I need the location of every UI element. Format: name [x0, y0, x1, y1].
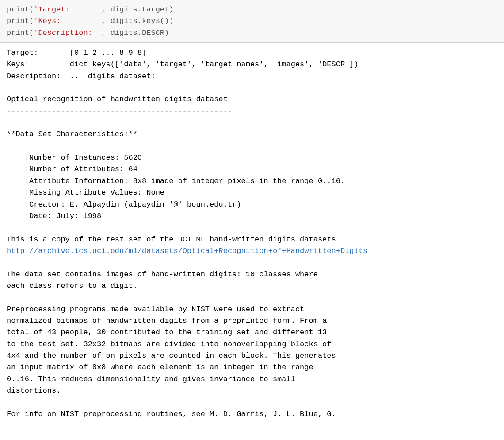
code-input-cell[interactable]: print('Target: ', digits.target) print('…	[0, 0, 504, 43]
code-token-paren: )	[169, 5, 173, 14]
code-token-func: print	[7, 5, 29, 14]
output-para2-line: The data set contains images of hand-wri…	[7, 270, 318, 279]
output-para3-line: 4x4 and the number of on pixels are coun…	[7, 352, 336, 360]
output-para3-line: an input matrix of 8x8 where each elemen…	[7, 363, 313, 371]
code-token-comma: ,	[101, 17, 110, 25]
code-token-func: print	[7, 17, 29, 25]
code-token-comma: ,	[101, 29, 110, 37]
code-token-paren: (	[29, 29, 34, 37]
code-token-func: print	[7, 29, 29, 37]
output-attributes: :Number of Attributes: 64	[7, 165, 137, 173]
code-token-paren: )	[164, 29, 169, 37]
output-para1: This is a copy of the test set of the UC…	[7, 235, 336, 244]
code-token-paren: (	[29, 17, 34, 25]
code-token-comma: ,	[101, 5, 110, 14]
output-para2-line: each class refers to a digit.	[7, 282, 137, 290]
output-para3-line: distortions.	[7, 386, 61, 395]
code-token-string: 'Keys: '	[34, 17, 101, 25]
output-underline: ----------------------------------------…	[7, 107, 232, 115]
output-para3-line: normalized bitmaps of handwritten digits…	[7, 317, 327, 325]
code-token-expr: digits.keys()	[111, 17, 169, 25]
output-characteristics-header: **Data Set Characteristics:**	[7, 130, 137, 138]
output-para4-line: For info on NIST preprocessing routines,…	[7, 410, 336, 418]
output-description-header: Description: .. _digits_dataset:	[7, 72, 156, 80]
output-para3-line: 0..16. This reduces dimensionality and g…	[7, 375, 295, 383]
output-instances: :Number of Instances: 5620	[7, 153, 142, 162]
output-attribute-info: :Attribute Information: 8x8 image of int…	[7, 177, 345, 185]
output-para3-line: total of 43 people, 30 contributed to th…	[7, 328, 327, 337]
output-creator: :Creator: E. Alpaydin (alpaydin '@' boun…	[7, 200, 241, 209]
code-token-expr: digits.DESCR	[111, 29, 164, 37]
output-keys-line: Keys: dict_keys(['data', 'target', 'targ…	[7, 60, 359, 69]
code-token-paren: )	[169, 17, 173, 25]
code-token-string: 'Description: '	[34, 29, 101, 37]
code-token-string: 'Target: '	[34, 5, 101, 14]
output-target-line: Target: [0 1 2 ... 8 9 8]	[7, 49, 146, 57]
code-output-cell: Target: [0 1 2 ... 8 9 8] Keys: dict_key…	[0, 43, 504, 420]
output-missing: :Missing Attribute Values: None	[7, 188, 164, 197]
output-para3-line: to the test set. 32x32 bitmaps are divid…	[7, 340, 332, 348]
notebook-cell: print('Target: ', digits.target) print('…	[0, 0, 504, 420]
code-token-expr: digits.target	[111, 5, 169, 14]
output-dataset-link[interactable]: http://archive.ics.uci.edu/ml/datasets/O…	[7, 247, 367, 255]
output-para3-line: Preprocessing programs made available by…	[7, 305, 304, 314]
output-date: :Date: July; 1998	[7, 212, 101, 220]
output-title: Optical recognition of handwritten digit…	[7, 95, 228, 103]
code-token-paren: (	[29, 5, 34, 14]
